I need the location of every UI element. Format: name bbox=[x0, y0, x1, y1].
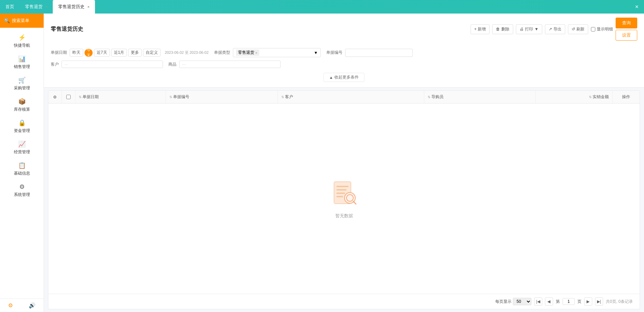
table-col-customer: ⇅ 客户 bbox=[278, 91, 424, 103]
tab-retail-return-label: 零售退货 bbox=[25, 4, 43, 10]
topbar-tabs: 首页 零售退货 × 零售退货历史 × bbox=[0, 0, 629, 14]
settings-button[interactable]: 设置 bbox=[616, 30, 637, 41]
sort-date-icon[interactable]: ⇅ bbox=[79, 95, 81, 99]
print-button[interactable]: 🖨 打印 ▼ bbox=[516, 24, 542, 34]
page-next-button[interactable]: ▶ bbox=[584, 297, 592, 306]
date-1month[interactable]: 近1月 bbox=[111, 49, 127, 57]
goods-filter-label: 商品 bbox=[168, 62, 176, 67]
collapse-button[interactable]: ▲ 收起更多条件 bbox=[324, 73, 365, 82]
sidebar-item-finance[interactable]: 🔒 资金管理 bbox=[0, 116, 44, 137]
table-container: ⚙ ⇅ 单据日期 ⇅ 单据编号 ⇅ 客户 ⇅ 导购员 bbox=[48, 90, 640, 309]
system-icon: ⚙ bbox=[19, 183, 25, 191]
content-area: 零售退货历史 + 新增 🗑 删除 🖨 打印 ▼ ↗ 导出 bbox=[44, 14, 644, 312]
page-last-button[interactable]: ▶| bbox=[595, 297, 603, 306]
refresh-button[interactable]: ↺ 刷新 bbox=[568, 24, 588, 34]
date-today[interactable]: 今天 bbox=[85, 49, 93, 57]
date-7days[interactable]: 近7天 bbox=[94, 49, 110, 57]
sidebar-footer: ⚙ 🔊 bbox=[0, 298, 44, 312]
select-all-checkbox[interactable] bbox=[66, 95, 71, 99]
col-date-label: 单据日期 bbox=[82, 94, 99, 100]
filter-docno: 单据编号 bbox=[326, 49, 413, 57]
sidebar-item-system[interactable]: ⚙ 系统管理 bbox=[0, 180, 44, 201]
sort-guide-icon[interactable]: ⇅ bbox=[428, 95, 430, 99]
sidebar-item-basic[interactable]: 📋 基础信息 bbox=[0, 158, 44, 180]
sidebar-item-business[interactable]: 📈 经营管理 bbox=[0, 137, 44, 158]
export-button[interactable]: ↗ 导出 bbox=[545, 24, 565, 34]
sidebar-item-basic-label: 基础信息 bbox=[14, 171, 30, 176]
sidebar-item-quicknav-label: 快捷导航 bbox=[14, 43, 30, 48]
goods-select[interactable]: ··· bbox=[179, 61, 281, 68]
query-button[interactable]: 查询 bbox=[616, 18, 637, 28]
topbar-close-icon[interactable]: × bbox=[629, 3, 644, 10]
sort-customer-icon[interactable]: ⇅ bbox=[281, 95, 284, 99]
print-icon: 🖨 bbox=[520, 27, 524, 31]
sidebar-item-sales[interactable]: 📊 销售管理 bbox=[0, 52, 44, 73]
refresh-label: 刷新 bbox=[576, 26, 585, 32]
settings-footer-icon[interactable]: ⚙ bbox=[8, 302, 13, 309]
per-page-select[interactable]: 10 20 50 100 bbox=[513, 298, 531, 305]
date-yesterday[interactable]: 昨天 bbox=[70, 49, 83, 57]
sidebar-search[interactable]: 🔍 搜索菜单 bbox=[0, 14, 44, 28]
sort-no-icon[interactable]: ⇅ bbox=[169, 95, 172, 99]
tab-retail-return-close[interactable]: × bbox=[45, 5, 47, 9]
page-input[interactable] bbox=[563, 298, 575, 305]
delete-button[interactable]: 🗑 删除 bbox=[492, 24, 513, 34]
filter-row-1: 单据日期 昨天 今天 近7天 近1月 更多 自定义 2023-06-02 至 2… bbox=[51, 48, 637, 57]
sidebar-item-sales-label: 销售管理 bbox=[14, 64, 30, 70]
sidebar: 🔍 搜索菜单 ⚡ 快捷导航 📊 销售管理 🛒 采购管理 📦 库存核算 🔒 bbox=[0, 14, 44, 312]
table-header: ⚙ ⇅ 单据日期 ⇅ 单据编号 ⇅ 客户 ⇅ 导购员 bbox=[48, 91, 640, 104]
customer-filter-label: 客户 bbox=[51, 62, 59, 67]
sort-amount-icon[interactable]: ⇅ bbox=[589, 95, 592, 99]
print-chevron-icon: ▼ bbox=[534, 27, 539, 31]
sidebar-item-inventory[interactable]: 📦 库存核算 bbox=[0, 94, 44, 116]
type-select-chevron: ▼ bbox=[314, 50, 318, 55]
basic-icon: 📋 bbox=[18, 162, 26, 169]
volume-footer-icon[interactable]: 🔊 bbox=[29, 302, 35, 309]
tab-retail-return-history-close[interactable]: × bbox=[87, 5, 89, 9]
quicknav-icon: ⚡ bbox=[18, 34, 26, 41]
page-size-select: 每页显示 10 20 50 100 bbox=[495, 298, 531, 305]
purchase-icon: 🛒 bbox=[18, 76, 26, 84]
business-icon: 📈 bbox=[18, 140, 26, 148]
page-prev-button[interactable]: ◀ bbox=[545, 297, 553, 306]
svg-rect-1 bbox=[336, 186, 349, 187]
goods-placeholder: ··· bbox=[182, 62, 186, 67]
col-no-label: 单据编号 bbox=[173, 94, 189, 100]
new-button[interactable]: + 新增 bbox=[471, 24, 490, 34]
sidebar-item-purchase[interactable]: 🛒 采购管理 bbox=[0, 73, 44, 94]
type-tag-remove[interactable]: × bbox=[255, 51, 257, 55]
table-col-checkbox[interactable] bbox=[62, 91, 75, 103]
docno-filter-label: 单据编号 bbox=[326, 50, 342, 55]
topbar: 首页 零售退货 × 零售退货历史 × × bbox=[0, 0, 644, 14]
docno-input[interactable] bbox=[345, 49, 413, 57]
filter-row-2: 客户 ··· 商品 ··· bbox=[51, 61, 637, 68]
type-select[interactable]: 零售退货 × ▼ bbox=[233, 48, 321, 57]
sidebar-item-quicknav[interactable]: ⚡ 快捷导航 bbox=[0, 30, 44, 52]
sidebar-item-system-label: 系统管理 bbox=[14, 192, 30, 198]
collapse-icon: ▲ bbox=[329, 75, 333, 80]
svg-rect-3 bbox=[336, 193, 345, 194]
col-guide-label: 导购员 bbox=[431, 94, 444, 100]
print-label: 打印 bbox=[525, 26, 533, 32]
customer-placeholder: ··· bbox=[65, 62, 68, 67]
export-icon: ↗ bbox=[549, 27, 552, 31]
export-label: 导出 bbox=[553, 26, 562, 32]
tab-home[interactable]: 首页 bbox=[0, 0, 20, 14]
table-col-settings[interactable]: ⚙ bbox=[48, 91, 62, 103]
table-col-amount: ⇅ 实销金额 bbox=[536, 91, 613, 103]
tab-retail-return[interactable]: 零售退货 × bbox=[20, 0, 53, 14]
sidebar-search-label: 搜索菜单 bbox=[12, 18, 29, 24]
date-more[interactable]: 更多 bbox=[128, 49, 142, 57]
display-detail-checkbox[interactable] bbox=[591, 27, 595, 31]
inventory-icon: 📦 bbox=[18, 98, 26, 105]
display-detail-toggle[interactable]: 显示明细 bbox=[591, 26, 613, 32]
type-tag-label: 零售退货 bbox=[238, 50, 254, 55]
date-custom[interactable]: 自定义 bbox=[143, 49, 161, 57]
finance-icon: 🔒 bbox=[18, 119, 26, 127]
page-label-after: 页 bbox=[577, 299, 581, 305]
filter-date: 单据日期 昨天 今天 近7天 近1月 更多 自定义 2023-06-02 至 2… bbox=[51, 49, 209, 57]
search-icon: 🔍 bbox=[4, 18, 10, 23]
customer-select[interactable]: ··· bbox=[62, 61, 163, 68]
page-first-button[interactable]: |◀ bbox=[534, 297, 542, 306]
tab-retail-return-history[interactable]: 零售退货历史 × bbox=[53, 0, 95, 14]
